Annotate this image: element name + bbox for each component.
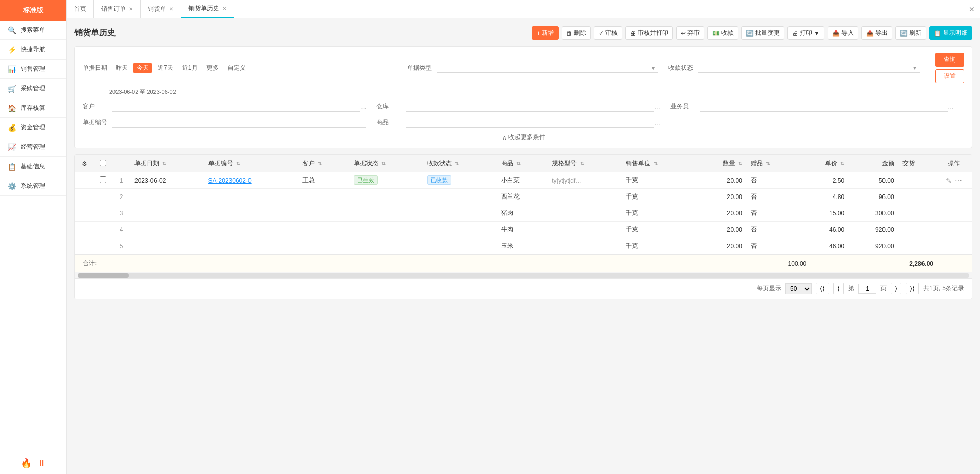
collapse-button[interactable]: ∧ 收起更多条件	[502, 133, 545, 142]
date-7days[interactable]: 近7天	[155, 63, 177, 73]
customer-column-header[interactable]: 客户 ⇅	[298, 155, 350, 172]
next-page-button[interactable]: ⟩	[891, 283, 901, 294]
sidebar-item-sys-mgmt[interactable]: ⚙️ 系统管理	[0, 176, 66, 196]
audit-print-button[interactable]: 🖨 审核并打印	[625, 26, 673, 40]
goods-dots[interactable]: ...	[654, 118, 660, 127]
sidebar-item-finance[interactable]: 💰 资金管理	[0, 118, 66, 137]
date-today[interactable]: 今天	[133, 63, 152, 73]
unit-price-column-header[interactable]: 单价 ⇅	[798, 155, 849, 172]
warehouse-input[interactable]	[406, 101, 654, 112]
customer-input[interactable]	[112, 101, 360, 112]
doc-no-cell: SA-20230602-0	[204, 172, 298, 189]
doc-no-column-header[interactable]: 单据编号 ⇅	[204, 155, 298, 172]
spec-sort-icon: ⇅	[580, 161, 584, 166]
salesperson-input[interactable]	[700, 101, 948, 112]
pay-status-column-header[interactable]: 收款状态 ⇅	[423, 155, 497, 172]
import-button[interactable]: 📥 导入	[828, 26, 858, 40]
type-select[interactable]: ▼	[437, 64, 659, 73]
date-more[interactable]: 更多	[203, 63, 222, 73]
tab-sales-history-close[interactable]: ✕	[222, 6, 226, 11]
batch-change-button[interactable]: 🔄 批量变更	[741, 26, 784, 40]
page-number-input[interactable]	[858, 284, 876, 294]
date-custom[interactable]: 自定义	[224, 63, 249, 73]
warehouse-dots[interactable]: ...	[654, 103, 660, 111]
customer-dots[interactable]: ...	[360, 103, 367, 111]
horizontal-scrollbar[interactable]	[75, 272, 972, 278]
fire-icon[interactable]: 🔥	[21, 458, 32, 469]
sidebar-item-sales-mgmt[interactable]: 📊 销售管理	[0, 60, 66, 79]
sidebar-item-quick-nav[interactable]: ⚡ 快捷导航	[0, 40, 66, 60]
pagination: 每页显示 50 20 100 ⟨⟨ ⟨ 第 页 ⟩ ⟩⟩ 共1页, 5条记录	[75, 278, 972, 299]
customer-cell	[298, 222, 350, 238]
collapse-up-icon: ∧	[502, 134, 507, 141]
sidebar-item-basic-info[interactable]: 📋 基础信息	[0, 157, 66, 176]
collect-icon: 💵	[712, 30, 720, 37]
audit-button[interactable]: ✓ 审核	[594, 26, 622, 40]
first-page-button[interactable]: ⟨⟨	[816, 283, 829, 294]
tab-sales-goods[interactable]: 销货单 ✕	[141, 0, 181, 18]
doc-status-column-header[interactable]: 单据状态 ⇅	[350, 155, 424, 172]
transaction-cell	[898, 205, 936, 222]
delete-button[interactable]: 🗑 删除	[562, 26, 591, 40]
pay-status-cell: 已收款	[423, 172, 497, 189]
tab-bar-close-all[interactable]: ✕	[969, 5, 980, 13]
tab-sales-history[interactable]: 销货单历史 ✕	[181, 0, 234, 18]
per-page-select[interactable]: 50 20 100	[785, 283, 812, 294]
sales-unit-column-header[interactable]: 销售单位 ⇅	[622, 155, 696, 172]
doc-no-sort-icon: ⇅	[236, 161, 240, 166]
doc-no-link[interactable]: SA-20230602-0	[208, 177, 252, 184]
quick-nav-icon: ⚡	[8, 46, 16, 54]
query-button[interactable]: 查询	[935, 53, 964, 67]
tab-home[interactable]: 首页	[67, 0, 94, 18]
spec-column-header[interactable]: 规格型号 ⇅	[548, 155, 622, 172]
new-button[interactable]: + 新增	[532, 26, 559, 40]
gear-column-header[interactable]: ⚙	[75, 155, 93, 172]
show-detail-button[interactable]: 📋 显示明细	[929, 26, 972, 40]
data-table-container: ⚙ 单据日期 ⇅ 单据编号 ⇅	[74, 154, 972, 299]
warehouse-label: 仓库	[376, 102, 402, 111]
prev-page-button[interactable]: ⟨	[833, 283, 844, 294]
pause-icon[interactable]: ⏸	[37, 458, 46, 469]
goods-input[interactable]	[406, 117, 654, 128]
set-button[interactable]: 设置	[935, 69, 964, 83]
refresh-button[interactable]: 🔄 刷新	[895, 26, 926, 40]
transaction-cell	[898, 238, 936, 254]
row-checkbox[interactable]	[100, 176, 106, 183]
export-button[interactable]: 📤 导出	[861, 26, 892, 40]
ops-cell: ✎⋯	[936, 172, 972, 189]
sidebar-item-purchase-mgmt[interactable]: 🛒 采购管理	[0, 79, 66, 98]
docno-input[interactable]	[112, 117, 366, 128]
select-all-checkbox[interactable]	[100, 160, 106, 166]
edit-icon[interactable]: ✎	[946, 176, 952, 185]
tab-sales-order[interactable]: 销售订单 ✕	[94, 0, 141, 18]
sidebar-item-search-menu[interactable]: 🔍 搜索菜单	[0, 21, 66, 40]
gift-column-header[interactable]: 赠品 ⇅	[746, 155, 798, 172]
filter-customer-item: 客户 ...	[83, 101, 366, 112]
tab-sales-goods-close[interactable]: ✕	[169, 6, 174, 12]
doc-status-cell	[350, 238, 424, 254]
gear-cell	[75, 238, 93, 254]
transaction-cell	[898, 172, 936, 189]
filter-goods-item: 商品 ...	[376, 117, 660, 128]
tab-sales-order-close[interactable]: ✕	[129, 6, 133, 12]
last-page-button[interactable]: ⟩⟩	[906, 283, 919, 294]
salesperson-dots[interactable]: ...	[948, 103, 954, 111]
sidebar-item-inventory[interactable]: 🏠 库存核算	[0, 98, 66, 118]
date-1month[interactable]: 近1月	[179, 63, 201, 73]
finance-icon: 💰	[8, 124, 16, 132]
collect-button[interactable]: 💵 收款	[707, 26, 738, 40]
scrollbar-thumb[interactable]	[78, 273, 129, 278]
quantity-column-header[interactable]: 数量 ⇅	[695, 155, 746, 172]
sidebar-item-operations[interactable]: 📈 经营管理	[0, 137, 66, 157]
total-info: 共1页, 5条记录	[923, 284, 964, 293]
goods-column-header[interactable]: 商品 ⇅	[497, 155, 548, 172]
abandon-button[interactable]: ↩ 弃审	[676, 26, 704, 40]
print-button[interactable]: 🖨 打印 ▼	[787, 26, 824, 40]
payment-select[interactable]: ▼	[698, 64, 920, 73]
table-header-row: ⚙ 单据日期 ⇅ 单据编号 ⇅	[75, 155, 972, 172]
doc-date-cell: 2023-06-02	[130, 172, 204, 189]
footer-label: 合计:	[83, 259, 97, 268]
date-yesterday[interactable]: 昨天	[112, 63, 131, 73]
more-icon[interactable]: ⋯	[955, 176, 962, 185]
doc-date-column-header[interactable]: 单据日期 ⇅	[130, 155, 204, 172]
